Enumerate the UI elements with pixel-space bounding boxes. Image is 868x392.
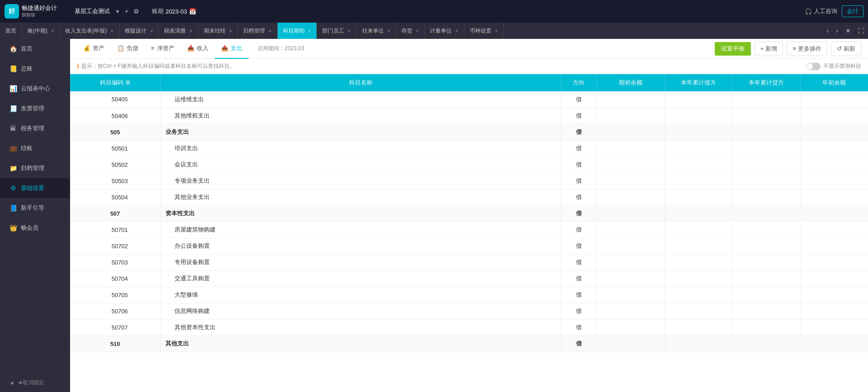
tab-currency-close[interactable]: × (495, 28, 498, 33)
cell-debit[interactable] (665, 140, 732, 156)
sidebar-item-guide[interactable]: 📘 新手引导 (0, 198, 70, 218)
tab-home[interactable]: 首页 (0, 23, 22, 39)
cell-year[interactable] (800, 140, 868, 156)
cell-credit[interactable] (732, 124, 800, 140)
cell-credit[interactable] (732, 270, 800, 287)
tab-subject-init-close[interactable]: × (308, 28, 311, 33)
cell-year[interactable] (800, 189, 868, 205)
sidebar-item-settings[interactable]: ⚙ 基础设置 (0, 178, 70, 198)
tab-ledger[interactable]: 账(中期) × (22, 23, 60, 39)
settings-icon[interactable]: ⚙ (133, 8, 139, 15)
cell-debit[interactable] (665, 189, 732, 205)
cell-bal[interactable] (597, 287, 665, 303)
sidebar-item-ledger[interactable]: 📒 总账 (0, 59, 70, 79)
tab-dept-close[interactable]: × (348, 28, 350, 33)
cell-year[interactable] (800, 254, 868, 270)
sidebar-item-invoice[interactable]: 🧾 发票管理 (0, 99, 70, 118)
table-row[interactable]: 507 资本性支出 借 (70, 205, 868, 222)
cell-credit[interactable] (732, 254, 800, 270)
cell-bal[interactable] (597, 173, 665, 189)
cell-credit[interactable] (732, 222, 800, 238)
table-row[interactable]: 50705 大型修缮 借 (70, 287, 868, 303)
sub-tab-expense[interactable]: 📤 支出 (215, 39, 249, 59)
service-button[interactable]: 🎧 人工咨询 (805, 7, 837, 15)
tab-counterparty[interactable]: 往来单位 × (357, 23, 396, 39)
cell-credit[interactable] (732, 205, 800, 222)
tab-income-report[interactable]: 收入支出表(年报) × (60, 23, 119, 39)
cell-debit[interactable] (665, 303, 732, 319)
cell-bal[interactable] (597, 270, 665, 287)
table-row[interactable]: 50701 房屋建筑物购建 借 (70, 222, 868, 238)
tab-dept[interactable]: 部门员工 × (317, 23, 356, 39)
tab-income-report-close[interactable]: × (110, 28, 113, 33)
table-row[interactable]: 510 其他支出 借 (70, 335, 868, 352)
tab-unit-close[interactable]: × (455, 28, 458, 33)
tab-tax[interactable]: 税表清册 × (159, 23, 198, 39)
cell-year[interactable] (800, 238, 868, 254)
toggle-disabled[interactable]: 不显示禁用科目 (806, 62, 861, 70)
cell-bal[interactable] (597, 254, 665, 270)
tab-currency[interactable]: 币种设置 × (464, 23, 504, 39)
cell-year[interactable] (800, 205, 868, 222)
calendar-icon[interactable]: 📅 (189, 8, 196, 15)
cell-debit[interactable] (665, 156, 732, 173)
cell-year[interactable] (800, 156, 868, 173)
cell-year[interactable] (800, 124, 868, 140)
cell-credit[interactable] (732, 91, 800, 108)
cell-year[interactable] (800, 222, 868, 238)
tab-period-end[interactable]: 期末结转 × (198, 23, 238, 39)
cell-bal[interactable] (597, 222, 665, 238)
add-button[interactable]: + 新增 (755, 42, 783, 56)
cell-debit[interactable] (665, 108, 732, 124)
tab-period-end-close[interactable]: × (229, 28, 232, 33)
cell-credit[interactable] (732, 140, 800, 156)
cell-year[interactable] (800, 303, 868, 319)
add-icon[interactable]: ＋ (123, 7, 130, 15)
tab-ledger-close[interactable]: × (51, 28, 54, 33)
cell-year[interactable] (800, 108, 868, 124)
cell-debit[interactable] (665, 91, 732, 108)
tab-inventory-close[interactable]: × (416, 28, 419, 33)
cell-year[interactable] (800, 319, 868, 335)
tab-unit[interactable]: 计量单位 × (425, 23, 464, 39)
cell-credit[interactable] (732, 108, 800, 124)
more-button[interactable]: ≡ 更多操作 (787, 42, 827, 56)
tab-expand[interactable]: ⛶ (854, 23, 868, 39)
cell-debit[interactable] (665, 173, 732, 189)
cell-credit[interactable] (732, 335, 800, 352)
cell-bal[interactable] (597, 205, 665, 222)
refresh-button[interactable]: ↺ 刷新 (831, 42, 861, 56)
cell-bal[interactable] (597, 91, 665, 108)
table-row[interactable]: 50703 专用设备购置 借 (70, 254, 868, 270)
cell-bal[interactable] (597, 189, 665, 205)
cell-year[interactable] (800, 270, 868, 287)
sub-tab-liability[interactable]: 📋 负债 (111, 39, 145, 59)
tab-template[interactable]: 模版设计 × (119, 23, 159, 39)
tab-archive-close[interactable]: × (269, 28, 271, 33)
tab-inventory[interactable]: 存货 × (396, 23, 425, 39)
tab-archive[interactable]: 归档管理 × (238, 23, 277, 39)
cell-debit[interactable] (665, 238, 732, 254)
table-row[interactable]: 50502 会议支出 借 (70, 156, 868, 173)
sidebar-item-tax[interactable]: 🏛 税务管理 (0, 118, 70, 138)
cell-debit[interactable] (665, 335, 732, 352)
tab-nav-right[interactable]: › (832, 23, 842, 39)
cell-credit[interactable] (732, 156, 800, 173)
table-row[interactable]: 505 业务支出 借 (70, 124, 868, 140)
col-code-settings-icon[interactable]: ⚙ (125, 79, 131, 86)
cell-credit[interactable] (732, 319, 800, 335)
cell-year[interactable] (800, 91, 868, 108)
table-row[interactable]: 50702 办公设备购置 借 (70, 238, 868, 254)
cell-bal[interactable] (597, 156, 665, 173)
cell-debit[interactable] (665, 254, 732, 270)
cell-credit[interactable] (732, 189, 800, 205)
table-row[interactable]: 50503 专项业务支出 借 (70, 173, 868, 189)
sidebar-item-close[interactable]: 💼 结账 (0, 138, 70, 158)
cell-bal[interactable] (597, 303, 665, 319)
cell-bal[interactable] (597, 140, 665, 156)
cell-year[interactable] (800, 173, 868, 189)
account-button[interactable]: 会计 (842, 5, 863, 17)
tab-counterparty-close[interactable]: × (387, 28, 390, 33)
cell-year[interactable] (800, 287, 868, 303)
balance-button[interactable]: 试算平衡 (715, 42, 751, 56)
